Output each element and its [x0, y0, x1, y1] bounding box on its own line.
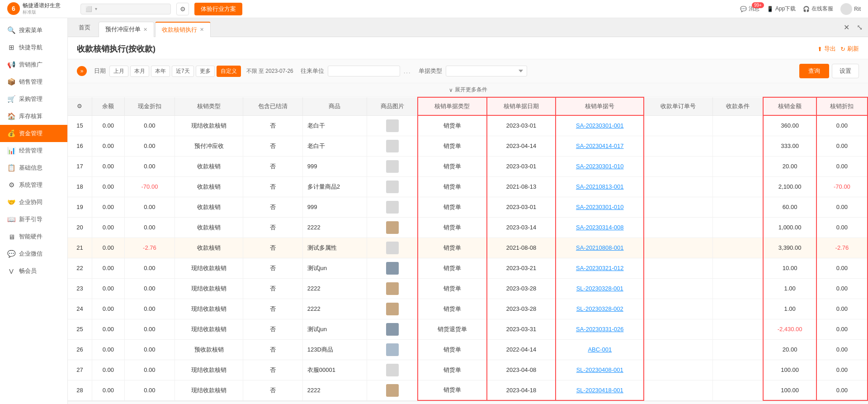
- cell-balance: 0.00: [92, 360, 124, 380]
- page-header: 收款核销执行(按收款) ⬆ 导出 ↻ 刷新: [68, 37, 868, 59]
- cell-bill-no[interactable]: SL-20230418-001: [556, 380, 644, 400]
- tab-verify-close[interactable]: ✕: [200, 27, 204, 33]
- tab-home[interactable]: 首页: [71, 20, 98, 35]
- tab-prepay[interactable]: 预付冲应付单 ✕: [99, 22, 154, 37]
- cell-bill-no[interactable]: SA-20230301-010: [556, 156, 644, 176]
- th-product-img: 商品图片: [367, 97, 418, 115]
- date-btn-this-month[interactable]: 本月: [130, 66, 149, 77]
- tab-verify[interactable]: 收款核销执行 ✕: [155, 22, 211, 37]
- date-btn-custom[interactable]: 自定义: [217, 66, 241, 77]
- cell-product-img: [367, 319, 418, 339]
- sidebar-item-inventory[interactable]: 🏠 库存核算: [0, 108, 67, 125]
- query-button[interactable]: 查询: [799, 64, 829, 78]
- tab-prepay-close[interactable]: ✕: [143, 27, 147, 33]
- sidebar-item-basics[interactable]: 📋 基础信息: [0, 159, 67, 176]
- settings-icon[interactable]: ⚙: [176, 3, 189, 15]
- sidebar-item-shortcut[interactable]: ⊞ 快捷导航: [0, 39, 67, 56]
- sidebar-item-guide[interactable]: 📖 新手引导: [0, 211, 67, 228]
- table-row: 17 0.00 0.00 收款核销 否 999 销货单 2023-03-01 S…: [68, 156, 868, 176]
- expand-tabs-icon[interactable]: ⤡: [855, 21, 864, 33]
- cell-bill-date: 2023-04-08: [487, 360, 556, 380]
- cell-payment-cond: [712, 319, 763, 339]
- cell-included: 否: [243, 136, 302, 156]
- export-button[interactable]: ⬆ 导出: [817, 45, 836, 53]
- cell-bill-no[interactable]: SA-20230331-026: [556, 319, 644, 339]
- sidebar-item-purchase[interactable]: 🛒 采购管理: [0, 90, 67, 108]
- cell-bill-no[interactable]: SA-20230321-012: [556, 258, 644, 278]
- sidebar-item-sales[interactable]: 📦 销售管理: [0, 73, 67, 90]
- cell-no: 26: [68, 339, 92, 360]
- table-footer: 40,556,66... 952.24: [68, 401, 868, 404]
- cell-bill-no[interactable]: SL-20230328-001: [556, 278, 644, 299]
- sidebar-label-enterprise: 企业协同: [19, 198, 42, 206]
- refresh-button[interactable]: ↻ 刷新: [840, 45, 859, 53]
- sidebar-item-hardware[interactable]: 🖥 智能硬件: [0, 228, 67, 245]
- collapse-filter-icon[interactable]: »: [77, 66, 87, 76]
- cell-bill-type: 销货单: [418, 339, 487, 360]
- export-label: 导出: [824, 45, 836, 53]
- sidebar-item-vip[interactable]: V 畅会员: [0, 262, 67, 280]
- date-btn-more[interactable]: 更多: [196, 66, 215, 77]
- page-content: 收款核销执行(按收款) ⬆ 导出 ↻ 刷新 » 日期: [68, 37, 868, 404]
- cell-bill-no[interactable]: SA-20230301-001: [556, 115, 644, 136]
- cell-bill-no[interactable]: ABC-001: [556, 339, 644, 360]
- cell-bill-no[interactable]: SL-20230328-002: [556, 299, 644, 319]
- date-btn-this-year[interactable]: 本年: [151, 66, 170, 77]
- date-btn-7days[interactable]: 近7天: [172, 66, 194, 77]
- industry-button[interactable]: 体验行业方案: [194, 3, 242, 15]
- sidebar-item-finance[interactable]: 💰 资金管理: [0, 125, 67, 142]
- sidebar-item-system[interactable]: ⚙ 系统管理: [0, 176, 67, 194]
- cell-verify-amount: 2,100.00: [763, 176, 816, 197]
- cell-verify-discount: 0.00: [816, 115, 868, 136]
- box-icon: 📦: [7, 78, 15, 86]
- cell-bill-no[interactable]: SL-20230408-001: [556, 360, 644, 380]
- app-download-button[interactable]: 📱 App下载: [767, 5, 796, 13]
- tab-bar-actions: ✕ ⤡: [842, 21, 864, 33]
- bill-type-select[interactable]: [446, 66, 527, 76]
- cell-verify-amount: 3,390.00: [763, 238, 816, 258]
- cell-bill-no[interactable]: SA-20210808-001: [556, 238, 644, 258]
- th-included: 包含已结清: [243, 97, 302, 115]
- search-box[interactable]: ⬜ ▾: [80, 4, 171, 14]
- cell-cash-discount: 0.00: [124, 197, 175, 217]
- sidebar: 🔍 搜索菜单 ⊞ 快捷导航 📢 营销推广 📦 销售管理 🛒 采购管理 🏠 库存核…: [0, 18, 68, 404]
- megaphone-icon: 📢: [7, 61, 15, 69]
- cell-verify-type: 现结收款核销: [175, 319, 243, 339]
- sidebar-item-wechat[interactable]: 💬 企业微信: [0, 245, 67, 262]
- user-area[interactable]: Rit: [840, 3, 861, 15]
- cell-balance: 0.00: [92, 380, 124, 400]
- cell-order-no: [644, 176, 712, 197]
- table-row: 23 0.00 0.00 现结收款核销 否 2222 销货单 2023-03-2…: [68, 278, 868, 299]
- cell-verify-discount: 0.00: [816, 156, 868, 176]
- sidebar-item-search[interactable]: 🔍 搜索菜单: [0, 22, 67, 39]
- cell-bill-no[interactable]: SA-20230414-017: [556, 136, 644, 156]
- logo-text-group: 畅捷通谱好生意 标准版: [23, 2, 61, 15]
- cell-verify-type: 现结收款核销: [175, 278, 243, 299]
- sidebar-item-enterprise[interactable]: 🤝 企业协同: [0, 194, 67, 211]
- cell-bill-no[interactable]: SA-20210813-001: [556, 176, 644, 197]
- sidebar-item-operations[interactable]: 📊 经营管理: [0, 142, 67, 159]
- sidebar-item-marketing[interactable]: 📢 营销推广: [0, 56, 67, 73]
- message-icon: 💬: [740, 6, 747, 12]
- close-all-icon[interactable]: ✕: [842, 21, 851, 33]
- cell-included: 否: [243, 115, 302, 136]
- cell-payment-cond: [712, 156, 763, 176]
- table-row: 18 0.00 -70.00 收款核销 否 多计量商品2 销货单 2021-08…: [68, 176, 868, 197]
- message-button[interactable]: 💬 消息 99+: [740, 5, 760, 13]
- cell-product: 2222: [302, 217, 367, 238]
- expand-conditions-button[interactable]: ∨ 展开更多条件: [449, 86, 487, 94]
- date-btn-last-month[interactable]: 上月: [109, 66, 128, 77]
- th-settings[interactable]: ⚙: [68, 97, 92, 115]
- cell-bill-no[interactable]: SA-20230314-008: [556, 217, 644, 238]
- cell-bill-date: 2023-03-28: [487, 299, 556, 319]
- cell-balance: 0.00: [92, 136, 124, 156]
- cell-bill-no[interactable]: SA-20230301-010: [556, 197, 644, 217]
- warehouse-icon: 🏠: [7, 112, 15, 120]
- page-actions: ⬆ 导出 ↻ 刷新: [817, 45, 859, 53]
- cell-order-no: [644, 278, 712, 299]
- filter-settings-button[interactable]: 设置: [832, 64, 859, 78]
- online-service-button[interactable]: 🎧 在线客服: [803, 5, 833, 13]
- cell-verify-type: 预收款核销: [175, 339, 243, 360]
- from-unit-input[interactable]: [328, 66, 400, 76]
- cell-included: 否: [243, 197, 302, 217]
